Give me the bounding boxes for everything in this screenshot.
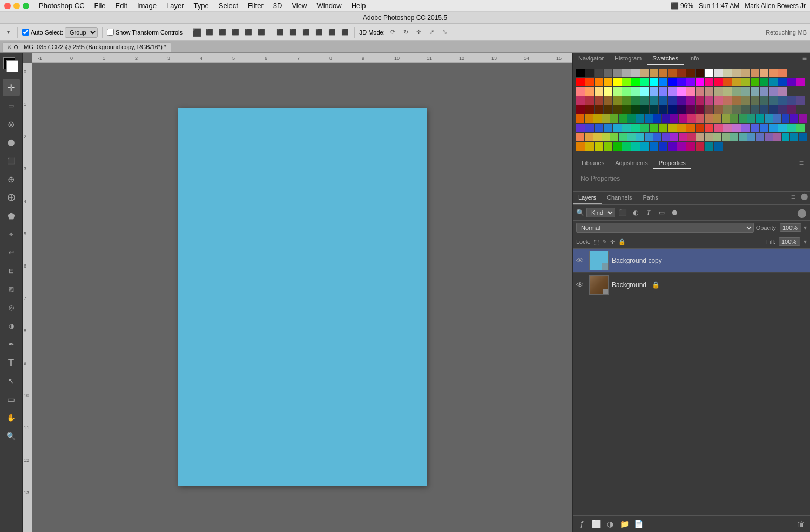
swatch-r6-6[interactable] [619, 114, 627, 123]
swatch-r8-13[interactable] [679, 133, 687, 141]
swatch-r7-7[interactable] [631, 124, 640, 132]
layer-item-background-copy[interactable]: 👁 Background copy [573, 249, 810, 273]
swatch-r5-12[interactable] [677, 105, 686, 114]
properties-options-icon[interactable]: ≡ [796, 158, 807, 169]
swatch-r5-11[interactable] [668, 105, 677, 114]
swatch-r9-14[interactable] [696, 142, 704, 151]
menu-file[interactable]: File [90, 1, 110, 11]
swatch-r5-8[interactable] [640, 105, 649, 114]
swatch-l13[interactable] [686, 87, 695, 96]
swatch-d11[interactable] [677, 69, 686, 77]
swatch-r8-12[interactable] [670, 133, 678, 141]
maximize-button[interactable] [23, 3, 29, 9]
swatch-r9-8[interactable] [640, 142, 649, 151]
swatch-r6-2[interactable] [585, 114, 593, 123]
color-selector[interactable] [1, 55, 22, 76]
tab-paths[interactable]: Paths [638, 192, 664, 204]
swatch-d6[interactable] [631, 69, 640, 77]
swatch-r8-9[interactable] [645, 133, 653, 141]
align-right-icon[interactable]: ⬛ [256, 28, 266, 37]
lock-image-icon[interactable]: ✎ [602, 238, 607, 245]
swatch-r4-13[interactable] [686, 96, 695, 105]
swatch-d12[interactable] [686, 69, 695, 77]
swatch-d5[interactable] [622, 69, 631, 77]
tab-navigator[interactable]: Navigator [573, 53, 609, 65]
swatch-extra8[interactable] [778, 78, 787, 86]
layers-kind-select[interactable]: Kind [586, 208, 615, 217]
swatch-r6-3[interactable] [593, 114, 602, 123]
quick-select-tool[interactable]: ⬤ [3, 134, 20, 151]
swatch-l10[interactable] [659, 87, 667, 96]
swatch-yellow[interactable] [613, 78, 622, 86]
layer-visibility-bg-copy[interactable]: 👁 [576, 256, 586, 265]
swatch-magenta[interactable] [696, 78, 704, 86]
swatch-r7-9[interactable] [650, 124, 658, 132]
swatch-r5-14[interactable] [696, 105, 704, 114]
swatch-r7-10[interactable] [659, 124, 667, 132]
swatch-d3[interactable] [604, 69, 612, 77]
swatch-r7-3[interactable] [595, 124, 603, 132]
align-vcenter-icon[interactable]: ⬛ [205, 28, 214, 37]
swatch-r7-20[interactable] [751, 124, 759, 132]
swatch-l22[interactable] [769, 87, 778, 96]
swatch-lg5[interactable] [751, 69, 759, 77]
swatch-r6-23[interactable] [765, 114, 773, 123]
swatch-l15[interactable] [705, 87, 713, 96]
swatch-r8-19[interactable] [730, 133, 738, 141]
swatch-r4-14[interactable] [696, 96, 704, 105]
swatch-r9-13[interactable] [686, 142, 695, 151]
menu-image[interactable]: Image [133, 1, 161, 11]
swatch-extra1[interactable] [714, 78, 723, 86]
swatch-r7-22[interactable] [769, 124, 778, 132]
swatch-r7-17[interactable] [723, 124, 732, 132]
tab-close-icon[interactable]: ✕ [7, 44, 11, 50]
swatch-green[interactable] [631, 78, 640, 86]
swatch-red[interactable] [576, 78, 585, 86]
history-brush-tool[interactable]: ↩ [3, 244, 20, 261]
swatch-l14[interactable] [696, 87, 704, 96]
blur-tool[interactable]: ◎ [3, 299, 20, 316]
swatch-r8-23[interactable] [765, 133, 773, 141]
menu-window[interactable]: Window [312, 1, 346, 11]
swatch-r5-10[interactable] [659, 105, 667, 114]
swatch-r9-7[interactable] [631, 142, 640, 151]
swatch-d13[interactable] [696, 69, 704, 77]
swatch-blue[interactable] [668, 78, 677, 86]
swatch-r4-15[interactable] [705, 96, 713, 105]
distribute-vcenter-icon[interactable]: ⬛ [288, 28, 298, 37]
distribute-left-icon[interactable]: ⬛ [314, 28, 324, 37]
swatch-r8-16[interactable] [705, 133, 713, 141]
swatch-extra6[interactable] [760, 78, 768, 86]
menu-select[interactable]: Select [214, 1, 242, 11]
swatch-r9-6[interactable] [622, 142, 631, 151]
swatch-r8-25[interactable] [782, 133, 790, 141]
swatch-r8-15[interactable] [696, 133, 704, 141]
tab-properties[interactable]: Properties [653, 158, 691, 169]
canvas-document[interactable] [32, 63, 572, 532]
swatch-r5-3[interactable] [595, 105, 603, 114]
swatch-lg7[interactable] [769, 69, 778, 77]
swatch-r5-2[interactable] [585, 105, 594, 114]
swatch-r8-6[interactable] [619, 133, 627, 141]
swatch-l12[interactable] [677, 87, 686, 96]
swatch-lg2[interactable] [723, 69, 732, 77]
opacity-input[interactable] [780, 223, 801, 232]
swatch-d8[interactable] [650, 69, 658, 77]
swatch-d1[interactable] [585, 69, 594, 77]
path-select-tool[interactable]: ↖ [3, 372, 20, 390]
gradient-tool[interactable]: ▨ [3, 281, 20, 298]
lock-transparent-icon[interactable]: ⬚ [593, 238, 599, 245]
distribute-bottom-icon[interactable]: ⬛ [301, 28, 311, 37]
swatch-r4-5[interactable] [613, 96, 622, 105]
swatch-lg3[interactable] [732, 69, 741, 77]
swatch-r9-2[interactable] [585, 142, 594, 151]
swatch-r8-24[interactable] [773, 133, 781, 141]
filter-toggle-icon[interactable]: ⬤ [797, 208, 807, 218]
swatch-r7-18[interactable] [732, 124, 741, 132]
swatch-l4[interactable] [604, 87, 612, 96]
eraser-tool[interactable]: ⊟ [3, 262, 20, 279]
shape-tool[interactable]: ▭ [3, 391, 20, 408]
swatch-r9-1[interactable] [576, 142, 585, 151]
swatch-l21[interactable] [760, 87, 768, 96]
fill-arrow[interactable]: ▾ [804, 238, 807, 245]
